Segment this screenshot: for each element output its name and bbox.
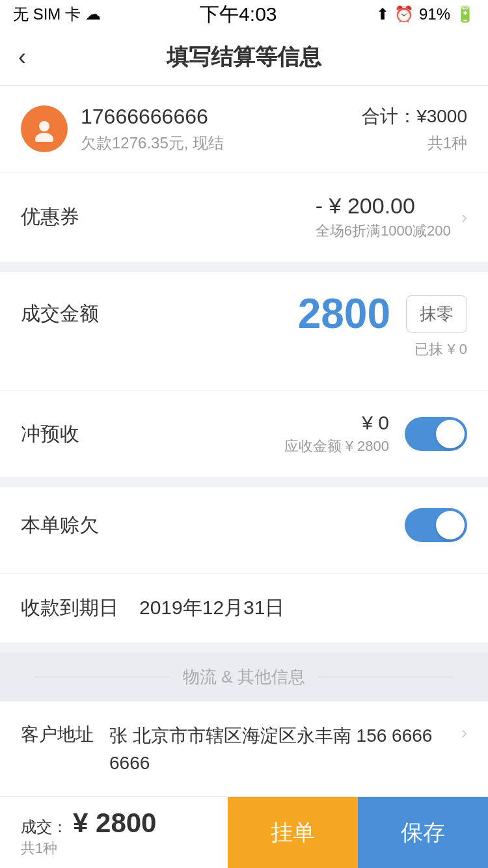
coupon-label: 优惠券 (21, 204, 79, 230)
user-phone: 17666666666 (81, 105, 224, 129)
divider-section: 物流 & 其他信息 (0, 653, 488, 701)
coupon-right: - ¥ 200.00 全场6折满1000减200 › (316, 193, 467, 241)
prepay-amount: ¥ 0 (284, 412, 389, 434)
hold-button[interactable]: 挂单 (228, 797, 358, 869)
status-left: 无 SIM 卡 ☁ (13, 4, 101, 25)
nav-bar: ‹ 填写结算等信息 (0, 29, 488, 86)
coupon-sub: 全场6折满1000减200 (316, 221, 451, 241)
location-icon: ⬆ (376, 5, 389, 23)
battery-level: 91% (419, 5, 450, 23)
deal-row: 成交金额 2800 抹零 (21, 293, 467, 334)
deal-section: 成交金额 2800 抹零 已抹 ¥ 0 (0, 272, 488, 380)
sim-status: 无 SIM 卡 ☁ (13, 4, 101, 25)
duedate-value: 2019年12月31日 (139, 595, 284, 621)
logistics-divider: 物流 & 其他信息 (0, 653, 488, 701)
round-button[interactable]: 抹零 (406, 295, 467, 332)
bottom-summary: 成交： ¥ 2800 共1种 (0, 807, 228, 858)
deal-sub: 已抹 ¥ 0 (21, 340, 467, 359)
save-button[interactable]: 保存 (358, 797, 488, 869)
duedate-section: 收款到期日 2019年12月31日 (0, 573, 488, 642)
address-value: 张 北京市市辖区海淀区永丰南 156 6666 6666 (109, 722, 461, 777)
divider-line-right (318, 677, 454, 677)
arrears-label: 本单赊欠 (21, 512, 99, 539)
divider-line-left (34, 677, 170, 677)
address-label: 客户地址 (21, 722, 94, 747)
user-info: 17666666666 欠款1276.35元, 现结 (81, 105, 224, 154)
user-right: 合计：¥3000 共1种 (362, 104, 467, 154)
page-title: 填写结算等信息 (167, 42, 321, 72)
coupon-chevron-icon: › (461, 207, 467, 228)
prepay-amount-wrap: ¥ 0 应收金额 ¥ 2800 (284, 412, 389, 456)
bottom-bar: 成交： ¥ 2800 共1种 挂单 保存 (0, 796, 488, 868)
avatar (21, 105, 68, 152)
status-time: 下午4:03 (200, 1, 277, 28)
address-chevron-icon: › (461, 722, 467, 743)
arrears-toggle[interactable] (405, 508, 467, 542)
user-debt: 欠款1276.35元, 现结 (81, 133, 224, 154)
duedate-label: 收款到期日 (21, 595, 118, 621)
user-row: 17666666666 欠款1276.35元, 现结 合计：¥3000 共1种 (0, 86, 488, 172)
back-button[interactable]: ‹ (18, 44, 26, 71)
logistics-label: 物流 & 其他信息 (183, 666, 305, 688)
status-bar: 无 SIM 卡 ☁ 下午4:03 ⬆ ⏰ 91% 🔋 (0, 0, 488, 29)
deal-label: 成交金额 (21, 301, 99, 327)
battery-icon: 🔋 (455, 5, 475, 23)
deal-amount-wrap: 2800 抹零 (298, 293, 467, 334)
user-count: 共1种 (362, 133, 467, 154)
bottom-count: 共1种 (21, 839, 207, 858)
svg-point-1 (35, 133, 53, 142)
prepay-right: ¥ 0 应收金额 ¥ 2800 (284, 412, 467, 456)
prepay-label: 冲预收 (21, 421, 79, 448)
coupon-value: - ¥ 200.00 (316, 193, 451, 219)
user-info-card: 17666666666 欠款1276.35元, 现结 合计：¥3000 共1种 … (0, 86, 488, 262)
user-left: 17666666666 欠款1276.35元, 现结 (21, 105, 224, 154)
user-total: 合计：¥3000 (362, 104, 467, 129)
arrears-section: 本单赊欠 (0, 487, 488, 563)
alarm-icon: ⏰ (394, 5, 414, 23)
deal-card: 成交金额 2800 抹零 已抹 ¥ 0 冲预收 ¥ 0 应收金额 ¥ 2800 (0, 272, 488, 477)
deal-amount: 2800 (298, 293, 390, 334)
coupon-row[interactable]: 优惠券 - ¥ 200.00 全场6折满1000减200 › (0, 172, 488, 262)
bottom-deal-amount: ¥ 2800 (73, 807, 156, 839)
prepay-section: 冲预收 ¥ 0 应收金额 ¥ 2800 (0, 390, 488, 477)
svg-point-0 (39, 121, 49, 131)
address-section[interactable]: 客户地址 张 北京市市辖区海淀区永丰南 156 6666 6666 › (0, 701, 488, 798)
bottom-deal-label: 成交： (21, 817, 68, 837)
arrears-card: 本单赊欠 收款到期日 2019年12月31日 (0, 487, 488, 642)
content-area: 17666666666 欠款1276.35元, 现结 合计：¥3000 共1种 … (0, 86, 488, 868)
address-card: 客户地址 张 北京市市辖区海淀区永丰南 156 6666 6666 › (0, 701, 488, 798)
prepay-toggle[interactable] (405, 417, 467, 451)
status-right: ⬆ ⏰ 91% 🔋 (376, 5, 475, 23)
prepay-sub: 应收金额 ¥ 2800 (284, 437, 389, 456)
